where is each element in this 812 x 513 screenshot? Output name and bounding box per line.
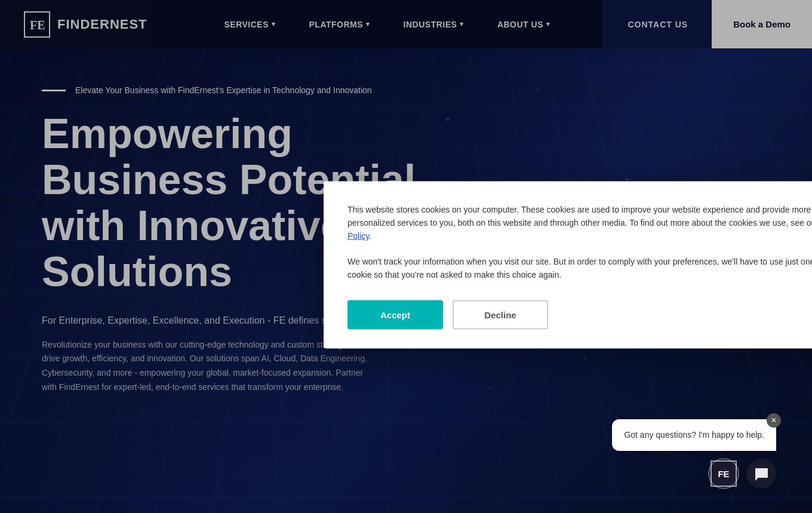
contact-us-button[interactable]: CONTACT US (603, 0, 712, 48)
chat-close-button[interactable]: ✕ (767, 413, 781, 428)
chat-icon (753, 466, 769, 481)
chat-widget: Got any questions? I'm happy to help. ✕ … (612, 419, 776, 489)
svg-text:FE: FE (30, 19, 45, 32)
chat-open-button[interactable] (746, 459, 776, 489)
tagline-line: Elevate Your Business with FindErnest's … (42, 84, 770, 97)
book-demo-button[interactable]: Book a Demo (712, 0, 812, 48)
nav-link-services[interactable]: SERVICES ▾ (207, 0, 292, 48)
navigation: FE FINDERNEST SERVICES ▾ PLATFORMS ▾ IND… (0, 0, 812, 48)
cookie-text-secondary: We won't track your information when you… (347, 254, 812, 281)
nav-link-platforms[interactable]: PLATFORMS ▾ (293, 0, 387, 48)
chat-bubble: Got any questions? I'm happy to help. (612, 419, 776, 451)
fe-logo-svg: FE (29, 16, 45, 33)
nav-link-about[interactable]: ABOUT US ▾ (481, 0, 567, 48)
cookie-text-primary: This website stores cookies on your comp… (347, 202, 812, 242)
chevron-down-icon: ▾ (460, 20, 464, 28)
tagline-dash (42, 90, 66, 91)
logo-icon: FE (24, 11, 50, 38)
tagline-text: Elevate Your Business with FindErnest's … (75, 84, 372, 97)
fe-icon: FE (710, 460, 737, 487)
cookie-buttons: Accept Decline (347, 300, 812, 330)
logo[interactable]: FE FINDERNEST (0, 11, 171, 38)
nav-links: SERVICES ▾ PLATFORMS ▾ INDUSTRIES ▾ ABOU… (171, 0, 604, 48)
chat-avatar-button[interactable]: FE (708, 458, 739, 489)
nav-link-industries[interactable]: INDUSTRIES ▾ (387, 0, 481, 48)
chat-bubble-wrapper: Got any questions? I'm happy to help. ✕ (612, 419, 776, 451)
logo-text: FINDERNEST (57, 17, 147, 32)
decline-button[interactable]: Decline (453, 300, 548, 330)
accept-button[interactable]: Accept (347, 300, 443, 330)
cookie-banner: ✕ This website stores cookies on your co… (324, 181, 812, 349)
chevron-down-icon: ▾ (366, 20, 370, 28)
chevron-down-icon: ▾ (272, 20, 276, 28)
chevron-down-icon: ▾ (546, 20, 550, 28)
